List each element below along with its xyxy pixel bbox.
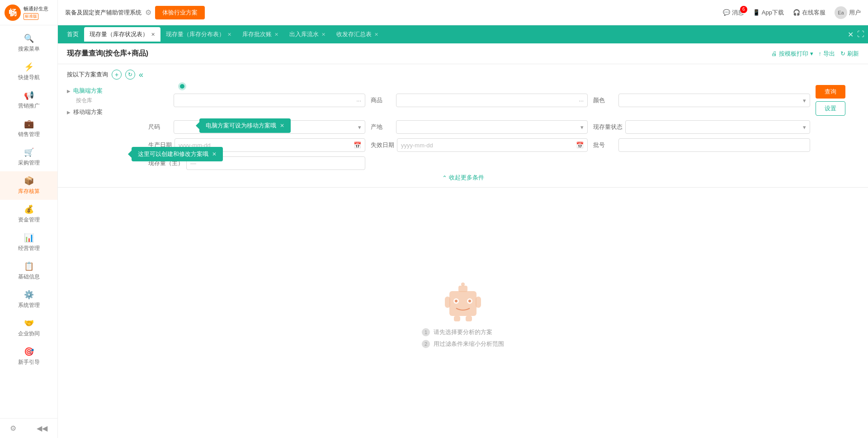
- tab-close-inout-flow[interactable]: ✕: [321, 32, 326, 38]
- basic-icon: 📋: [24, 261, 34, 271]
- svg-rect-3: [454, 316, 460, 321]
- warehouse-input-wrapper[interactable]: ···: [174, 94, 365, 107]
- origin-field: 产地 ▾: [371, 120, 588, 134]
- operation-icon: 📊: [24, 233, 34, 243]
- sidebar-item-newbie[interactable]: 🎯 新手引导: [0, 342, 57, 371]
- sidebar-logo: 畅 畅通好生意 标准版: [0, 0, 57, 25]
- goods-label: 商品: [371, 96, 393, 104]
- topbar: 装备及固定资产辅助管理系统 ⚙ 体验行业方案 💬 消息 6 📱 App下载 🎧 …: [58, 0, 868, 25]
- empty-state: 1 请先选择要分析的方案 2 用过滤条件来缩小分析范围: [58, 188, 868, 438]
- sidebar-item-inventory[interactable]: 📦 库存核算: [0, 171, 57, 200]
- topbar-app-download[interactable]: 📱 App下载: [753, 9, 784, 17]
- tab-inventory-status[interactable]: 现存量（库存状况表） ✕: [84, 27, 160, 42]
- sidebar-item-purchase[interactable]: 🛒 采购管理: [0, 143, 57, 171]
- sidebar-item-operation[interactable]: 📊 经营管理: [0, 228, 57, 257]
- color-select-wrapper[interactable]: ▾: [618, 94, 810, 107]
- svg-point-7: [455, 300, 458, 302]
- empty-svg: [436, 278, 490, 323]
- message-badge: 6: [740, 6, 747, 13]
- scheme-desktop[interactable]: ▶ 电脑端方案: [67, 85, 139, 97]
- reset-button[interactable]: 设置: [816, 101, 845, 116]
- collapse-button[interactable]: ⌃ 收起更多条件: [67, 170, 859, 184]
- tab-batch-ledger[interactable]: 库存批次账 ✕: [237, 27, 284, 42]
- page-actions: 🖨 按模板打印 ▾ ↑ 导出 ↻ 刷新: [771, 50, 859, 58]
- sidebar-item-search[interactable]: 🔍 搜索菜单: [0, 29, 57, 57]
- filter-back-button[interactable]: «: [139, 70, 143, 80]
- expire-date-field: 失效日期 yyyy-mm-dd 📅: [371, 138, 588, 152]
- goods-field: 商品 ···: [371, 94, 588, 107]
- chevron-down-stock-status: ▾: [803, 124, 806, 131]
- filter-row-3: 生产日期 yyyy-mm-dd 📅 失效日期 yyyy-mm-dd 📅: [148, 138, 859, 152]
- stock-status-select-wrapper[interactable]: ▾: [625, 120, 810, 134]
- tab-close-inventory-status[interactable]: ✕: [151, 32, 155, 38]
- expire-date-input-wrapper[interactable]: yyyy-mm-dd 📅: [397, 138, 588, 152]
- tab-collect-summary[interactable]: 收发存汇总表 ✕: [331, 27, 384, 42]
- filter-row-4: 现存量（主） —: [148, 156, 859, 170]
- tab-close-inventory-dist[interactable]: ✕: [227, 32, 231, 38]
- goods-input-wrapper[interactable]: ···: [396, 94, 588, 107]
- svg-point-10: [461, 283, 465, 286]
- filter-add-button[interactable]: +: [112, 70, 122, 80]
- content-area: 现存量查询(按仓库+商品) 🖨 按模板打印 ▾ ↑ 导出 ↻ 刷新: [58, 43, 868, 438]
- tab-close-all[interactable]: ✕: [848, 30, 854, 39]
- tab-close-batch-ledger[interactable]: ✕: [274, 32, 278, 38]
- tip-num-2: 2: [422, 340, 430, 348]
- warehouse-field: ···: [148, 94, 365, 107]
- scheme-mobile[interactable]: ▶ 移动端方案: [67, 106, 139, 118]
- quicknav-icon: ⚡: [24, 62, 34, 72]
- svg-rect-9: [458, 286, 467, 292]
- empty-illustration: [436, 278, 490, 323]
- tabbar-right: ✕ ⛶: [848, 30, 864, 39]
- arrow-icon: ▶: [67, 89, 71, 94]
- tab-close-collect-summary[interactable]: ✕: [374, 32, 378, 38]
- filter-label: 按以下方案查询: [67, 71, 108, 79]
- logo-text: 畅通好生意 标准版: [24, 5, 48, 20]
- trial-button[interactable]: 体验行业方案: [155, 6, 205, 19]
- sidebar-item-finance[interactable]: 💰 资金管理: [0, 200, 57, 228]
- tab-fullscreen[interactable]: ⛶: [857, 30, 864, 38]
- topbar-settings-icon[interactable]: ⚙: [145, 8, 151, 17]
- message-icon: 💬: [723, 9, 730, 16]
- empty-tip-1: 1 请先选择要分析的方案: [422, 328, 504, 336]
- template-print-button[interactable]: 🖨 按模板打印 ▾: [771, 50, 813, 58]
- sidebar-item-marketing[interactable]: 📢 营销推广: [0, 86, 57, 114]
- filter-refresh-button[interactable]: ↻: [125, 70, 135, 80]
- print-icon: 🖨: [771, 50, 777, 57]
- refresh-icon: ↻: [840, 50, 845, 57]
- tab-home[interactable]: 首页: [61, 30, 84, 38]
- sales-icon: 💼: [24, 119, 34, 129]
- refresh-button[interactable]: ↻ 刷新: [840, 50, 859, 58]
- topbar-support[interactable]: 🎧 在线客服: [793, 9, 826, 17]
- origin-select-wrapper[interactable]: ▾: [396, 120, 588, 134]
- sidebar-bottom: ⚙ ◀◀: [0, 418, 57, 438]
- svg-rect-2: [476, 297, 481, 308]
- sidebar-item-sales[interactable]: 💼 销售管理: [0, 114, 57, 143]
- expire-date-label: 失效日期: [371, 141, 394, 149]
- filter-header: 按以下方案查询 + ↻ «: [67, 70, 859, 80]
- sidebar-item-basic[interactable]: 📋 基础信息: [0, 257, 57, 285]
- topbar-user[interactable]: Ea 用户: [835, 6, 861, 19]
- sidebar-settings-btn[interactable]: ⚙: [10, 424, 16, 433]
- inventory-icon: 📦: [24, 176, 34, 186]
- export-button[interactable]: ↑ 导出: [819, 50, 835, 58]
- sidebar-collapse-btn[interactable]: ◀◀: [37, 424, 47, 433]
- search-button[interactable]: 查询: [816, 85, 845, 99]
- sidebar-item-system[interactable]: ⚙️ 系统管理: [0, 285, 57, 314]
- tab-inout-flow[interactable]: 出入库流水 ✕: [284, 27, 331, 42]
- tooltip-close-2[interactable]: ✕: [212, 151, 217, 157]
- logo-icon: 畅: [5, 5, 21, 21]
- origin-label: 产地: [371, 123, 393, 131]
- svg-rect-0: [449, 291, 476, 316]
- system-name: 装备及固定资产辅助管理系统: [65, 9, 142, 17]
- sidebar-item-enterprise[interactable]: 🤝 企业协同: [0, 314, 57, 342]
- batch-input[interactable]: [618, 138, 810, 152]
- tip-num-1: 1: [422, 328, 430, 336]
- tooltip-close-1[interactable]: ✕: [280, 122, 284, 129]
- tab-inventory-dist[interactable]: 现存量（库存分布表） ✕: [160, 27, 237, 42]
- size-label: 尺码: [148, 123, 171, 131]
- sidebar-item-quicknav[interactable]: ⚡ 快捷导航: [0, 57, 57, 86]
- search-buttons: 查询 设置: [816, 85, 845, 116]
- sidebar-nav: 🔍 搜索菜单 ⚡ 快捷导航 📢 营销推广 💼 销售管理 🛒 采购管理 📦 库存核…: [0, 25, 57, 418]
- topbar-message[interactable]: 💬 消息 6: [723, 9, 744, 17]
- page-header: 现存量查询(按仓库+商品) 🖨 按模板打印 ▾ ↑ 导出 ↻ 刷新: [58, 43, 868, 64]
